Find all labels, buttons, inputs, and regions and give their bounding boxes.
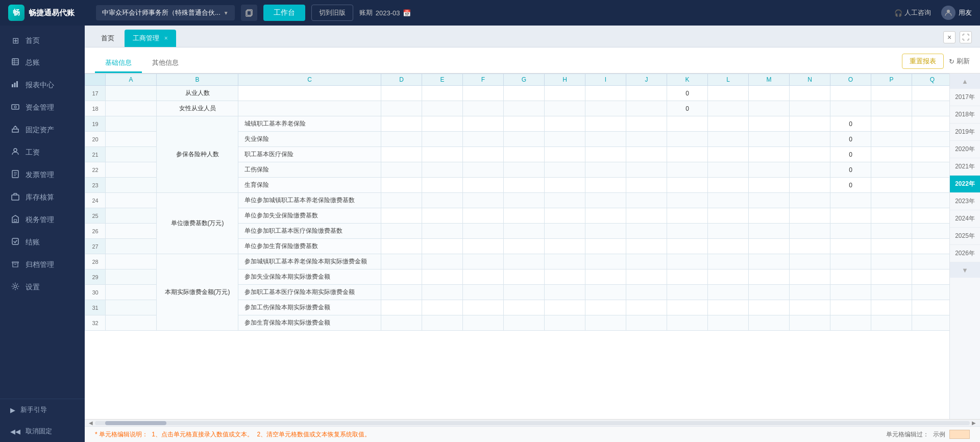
cell-19-g[interactable] xyxy=(504,116,545,132)
year-item-2019[interactable]: 2019年 xyxy=(950,124,980,141)
cell-26-l[interactable] xyxy=(708,224,749,239)
cell-19-n[interactable] xyxy=(790,116,830,132)
cell-20-g[interactable] xyxy=(504,132,545,147)
cell-18-q[interactable] xyxy=(912,101,950,116)
cell-31-l[interactable] xyxy=(708,300,749,315)
cell-21-k[interactable] xyxy=(667,147,708,162)
cell-28-p[interactable] xyxy=(871,254,912,269)
cell-30-d[interactable] xyxy=(381,285,422,300)
sidebar-item-invoice[interactable]: 发票管理 xyxy=(0,164,85,186)
cell-28-c[interactable]: 参加城镇职工基本养老保险本期实际缴费金额 xyxy=(238,254,381,269)
cell-23-p[interactable] xyxy=(871,178,912,193)
cell-29-q[interactable] xyxy=(912,269,950,285)
cell-28-j[interactable] xyxy=(626,254,667,269)
cell-22-o[interactable]: 0 xyxy=(830,162,871,178)
cell-18-n[interactable] xyxy=(790,101,830,116)
cell-20-p[interactable] xyxy=(871,132,912,147)
cell-28-o[interactable] xyxy=(830,254,871,269)
cell-27-k[interactable] xyxy=(667,239,708,254)
cell-20-i[interactable] xyxy=(585,132,626,147)
cell-21-j[interactable] xyxy=(626,147,667,162)
spreadsheet-container[interactable]: A B C D E F G H I J K L xyxy=(85,73,949,419)
cell-29-p[interactable] xyxy=(871,269,912,285)
cell-24-n[interactable] xyxy=(790,193,830,208)
year-item-2021[interactable]: 2021年 xyxy=(950,158,980,176)
cell-17-d[interactable] xyxy=(381,86,422,101)
cell-23-i[interactable] xyxy=(585,178,626,193)
scroll-track[interactable] xyxy=(95,421,970,425)
cell-24-m[interactable] xyxy=(749,193,790,208)
cell-19-k[interactable] xyxy=(667,116,708,132)
cell-17-h[interactable] xyxy=(545,86,585,101)
cell-22-f[interactable] xyxy=(463,162,504,178)
cell-31-q[interactable] xyxy=(912,300,950,315)
cell-25-g[interactable] xyxy=(504,208,545,224)
cell-18-o[interactable] xyxy=(830,101,871,116)
cell-20-j[interactable] xyxy=(626,132,667,147)
cell-28-n[interactable] xyxy=(790,254,830,269)
cell-28-d[interactable] xyxy=(381,254,422,269)
cell-30-g[interactable] xyxy=(504,285,545,300)
cell-20-c[interactable]: 失业保险 xyxy=(238,132,381,147)
cell-28-f[interactable] xyxy=(463,254,504,269)
cell-26-o[interactable] xyxy=(830,224,871,239)
cell-18-m[interactable] xyxy=(749,101,790,116)
cell-28-k[interactable] xyxy=(667,254,708,269)
cell-18-k[interactable]: 0 xyxy=(667,101,708,116)
cell-19-l[interactable] xyxy=(708,116,749,132)
cell-22-c[interactable]: 工伤保险 xyxy=(238,162,381,178)
cell-32-d[interactable] xyxy=(381,315,422,331)
cell-26-h[interactable] xyxy=(545,224,585,239)
year-item-2020[interactable]: 2020年 xyxy=(950,141,980,158)
cell-18-g[interactable] xyxy=(504,101,545,116)
cell-25-m[interactable] xyxy=(749,208,790,224)
year-item-2023[interactable]: 2023年 xyxy=(950,193,980,210)
cell-17-a[interactable] xyxy=(106,86,157,101)
user-area[interactable]: 用友 xyxy=(941,6,972,20)
sidebar-item-archive[interactable]: 归档管理 xyxy=(0,254,85,276)
cell-22-m[interactable] xyxy=(749,162,790,178)
cell-26-j[interactable] xyxy=(626,224,667,239)
cell-32-l[interactable] xyxy=(708,315,749,331)
cell-24-f[interactable] xyxy=(463,193,504,208)
tab-commerce-close[interactable]: × xyxy=(164,35,168,42)
sidebar-item-salary[interactable]: 工资 xyxy=(0,141,85,164)
scroll-right-arrow[interactable]: ▶ xyxy=(970,420,978,426)
cell-25-e[interactable] xyxy=(422,208,463,224)
cell-26-k[interactable] xyxy=(667,224,708,239)
cell-24-l[interactable] xyxy=(708,193,749,208)
cell-30-h[interactable] xyxy=(545,285,585,300)
cell-17-n[interactable] xyxy=(790,86,830,101)
cell-21-q[interactable] xyxy=(912,147,950,162)
cell-19-a[interactable] xyxy=(106,116,157,132)
year-item-2018[interactable]: 2018年 xyxy=(950,106,980,124)
cell-19-h[interactable] xyxy=(545,116,585,132)
cell-26-d[interactable] xyxy=(381,224,422,239)
cell-21-a[interactable] xyxy=(106,147,157,162)
cell-25-p[interactable] xyxy=(871,208,912,224)
cell-23-n[interactable] xyxy=(790,178,830,193)
cell-19-c[interactable]: 城镇职工基本养老保险 xyxy=(238,116,381,132)
cell-22-q[interactable] xyxy=(912,162,950,178)
cell-28-a[interactable] xyxy=(106,254,157,269)
year-item-2017[interactable]: 2017年 xyxy=(950,89,980,106)
cell-28-e[interactable] xyxy=(422,254,463,269)
cell-18-a[interactable] xyxy=(106,101,157,116)
cell-21-m[interactable] xyxy=(749,147,790,162)
cell-19-e[interactable] xyxy=(422,116,463,132)
cell-23-o[interactable]: 0 xyxy=(830,178,871,193)
cell-17-b[interactable]: 从业人数 xyxy=(157,86,238,101)
cell-17-i[interactable] xyxy=(585,86,626,101)
cell-25-h[interactable] xyxy=(545,208,585,224)
cell-29-f[interactable] xyxy=(463,269,504,285)
cell-32-n[interactable] xyxy=(790,315,830,331)
year-item-2024[interactable]: 2024年 xyxy=(950,210,980,228)
cell-26-n[interactable] xyxy=(790,224,830,239)
cell-30-k[interactable] xyxy=(667,285,708,300)
cell-20-q[interactable] xyxy=(912,132,950,147)
sidebar-item-tax[interactable]: 税务管理 xyxy=(0,209,85,231)
cell-24-p[interactable] xyxy=(871,193,912,208)
cell-24-h[interactable] xyxy=(545,193,585,208)
cell-25-l[interactable] xyxy=(708,208,749,224)
cell-21-o[interactable]: 0 xyxy=(830,147,871,162)
